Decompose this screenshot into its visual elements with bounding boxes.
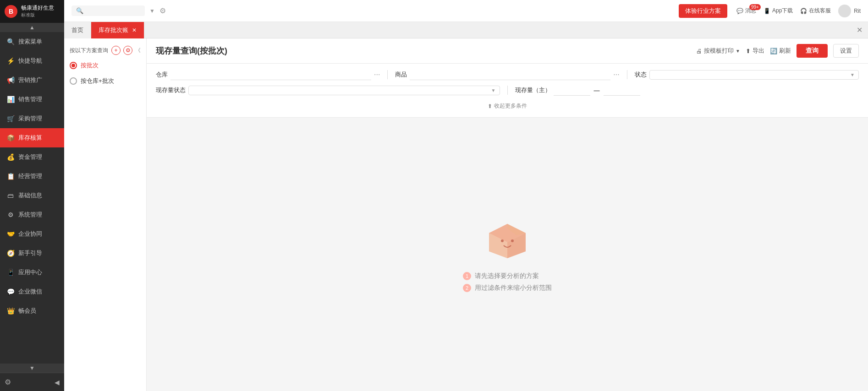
- status-select[interactable]: ▼: [649, 70, 859, 80]
- filter-row-2: 现存量状态 ▼ 现存量（主） —: [156, 85, 859, 96]
- product-dots-btn[interactable]: ···: [613, 71, 619, 79]
- filter-warehouse: 仓库 ···: [156, 69, 380, 80]
- range-separator: —: [594, 87, 600, 94]
- message-icon: 💬: [736, 8, 743, 14]
- status-label: 状态: [635, 71, 647, 79]
- sidebar-item-enterprise[interactable]: 🤝 企业协同: [0, 224, 64, 244]
- product-input[interactable]: [410, 69, 610, 80]
- export-icon: ⬆: [746, 48, 751, 54]
- sidebar-item-basic[interactable]: 🗃 基础信息: [0, 186, 64, 205]
- warehouse-dots-btn[interactable]: ···: [374, 71, 380, 79]
- filter-inventory-status: 现存量状态 ▼: [156, 86, 500, 95]
- sidebar-item-app-center[interactable]: 📱 应用中心: [0, 263, 64, 282]
- empty-hint-2: 2 用过滤条件来缩小分析范围: [463, 284, 552, 292]
- sidebar-item-inventory[interactable]: 📦 库存核算: [0, 128, 64, 147]
- tab-home-label: 首页: [71, 26, 83, 34]
- scheme-by-warehouse-batch-label: 按仓库+批次: [81, 77, 114, 85]
- sidebar-item-finance[interactable]: 💰 资金管理: [0, 147, 64, 167]
- app-center-icon: 📱: [6, 268, 15, 277]
- empty-hint-1: 1 请先选择要分析的方案: [463, 272, 539, 280]
- sidebar-item-search[interactable]: 🔍 搜索菜单: [0, 32, 64, 51]
- sidebar-item-app-center-label: 应用中心: [18, 268, 42, 277]
- sidebar-item-finance-label: 资金管理: [18, 153, 42, 161]
- left-panel-header: 按以下方案查询 + ⚙ 《: [64, 43, 146, 58]
- filter-divider-1: [387, 70, 388, 79]
- tab-home[interactable]: 首页: [64, 22, 91, 38]
- export-btn[interactable]: ⬆ 导出: [746, 47, 764, 55]
- system-icon: ⚙: [6, 211, 15, 219]
- purchase-icon: 🛒: [6, 114, 15, 123]
- sidebar-scroll-down[interactable]: ▼: [0, 364, 64, 373]
- sidebar-item-marketing[interactable]: 📢 营销推广: [0, 71, 64, 90]
- sidebar-item-purchase-label: 采购管理: [18, 114, 42, 123]
- sidebar-item-sales-label: 销售管理: [18, 95, 42, 103]
- radio-active-icon: [70, 62, 77, 69]
- tab-close-icon[interactable]: ✕: [132, 27, 137, 33]
- sidebar-item-basic-label: 基础信息: [18, 191, 42, 200]
- sidebar-item-member[interactable]: 👑 畅会员: [0, 301, 64, 320]
- print-template-btn[interactable]: 🖨 按模板打印 ▼: [696, 47, 740, 55]
- sidebar-item-quick-nav-label: 快捷导航: [18, 57, 42, 65]
- product-label: 商品: [395, 71, 407, 79]
- settings-btn[interactable]: 设置: [833, 44, 859, 58]
- warehouse-input[interactable]: [170, 69, 371, 80]
- collapse-left-panel-btn[interactable]: 《: [135, 47, 141, 54]
- sidebar-item-sales[interactable]: 📊 销售管理: [0, 90, 64, 109]
- svg-point-4: [501, 239, 504, 242]
- sidebar-item-quick-nav[interactable]: ⚡ 快捷导航: [0, 51, 64, 71]
- app-name: 畅康通好生意: [21, 5, 54, 12]
- filter-divider-2: [627, 70, 627, 79]
- sidebar-item-operation[interactable]: 📋 经营管理: [0, 167, 64, 186]
- empty-illustration: [482, 217, 533, 263]
- sidebar-item-wechat-label: 企业微信: [18, 288, 42, 296]
- hint-num-2: 2: [463, 284, 471, 292]
- sidebar-collapse-icon[interactable]: ◀: [55, 379, 60, 386]
- scheme-settings-btn[interactable]: ⚙: [123, 46, 132, 55]
- range-from-input[interactable]: [554, 85, 590, 96]
- sidebar-item-wechat[interactable]: 💬 企业微信: [0, 282, 64, 301]
- hint-text-2: 用过滤条件来缩小分析范围: [475, 284, 552, 292]
- inventory-status-label: 现存量状态: [156, 86, 186, 94]
- sidebar-item-system[interactable]: ⚙ 系统管理: [0, 205, 64, 224]
- main-area: 🔍 ▼ ⚙ 体验行业方案 💬 消息 99+ 📱 App下载 🎧 在线客服 Rit: [64, 0, 868, 391]
- guide-icon: 🧭: [6, 249, 15, 257]
- topbar-settings-icon[interactable]: ⚙: [159, 6, 166, 15]
- tab-inventory-batch-label: 库存批次账: [99, 26, 128, 34]
- operation-icon: 📋: [6, 172, 15, 180]
- online-service-btn[interactable]: 🎧 在线客服: [800, 7, 831, 15]
- range-to-input[interactable]: [604, 85, 640, 96]
- avatar: [838, 5, 851, 17]
- tab-inventory-batch[interactable]: 库存批次账 ✕: [91, 22, 144, 38]
- messages-btn[interactable]: 💬 消息 99+: [736, 7, 756, 15]
- refresh-btn[interactable]: 🔄 刷新: [770, 47, 791, 55]
- basic-icon: 🗃: [6, 191, 15, 200]
- scheme-item-by-batch[interactable]: 按批次: [64, 58, 146, 73]
- print-template-label: 按模板打印: [704, 47, 734, 55]
- sidebar-footer: ⚙ ◀: [0, 373, 64, 391]
- experience-btn[interactable]: 体验行业方案: [679, 4, 727, 18]
- add-scheme-btn[interactable]: +: [111, 46, 121, 55]
- filter-area: 仓库 ··· 商品 ··· 状态 ▼: [147, 64, 868, 118]
- sidebar-nav: 🔍 搜索菜单 ⚡ 快捷导航 📢 营销推广 📊 销售管理 🛒 采购管理 📦 库存核…: [0, 32, 64, 364]
- app-info: 畅康通好生意 标准版: [21, 5, 54, 18]
- empty-state: 1 请先选择要分析的方案 2 用过滤条件来缩小分析范围: [147, 118, 868, 391]
- sidebar-settings-icon[interactable]: ⚙: [5, 378, 11, 386]
- warehouse-label: 仓库: [156, 71, 168, 79]
- topbar-dropdown-icon[interactable]: ▼: [149, 8, 155, 14]
- tabs-close-all-btn[interactable]: ✕: [851, 22, 868, 38]
- user-info[interactable]: Rit: [838, 5, 861, 17]
- inventory-status-select[interactable]: ▼: [188, 86, 500, 95]
- collapse-label: 收起更多条件: [494, 102, 527, 110]
- app-download-btn[interactable]: 📱 App下载: [764, 7, 793, 15]
- query-btn[interactable]: 查询: [797, 44, 828, 58]
- app-download-label: App下载: [772, 7, 793, 15]
- scheme-item-by-warehouse-batch[interactable]: 按仓库+批次: [64, 73, 146, 89]
- sidebar-scroll-up[interactable]: ▲: [0, 23, 64, 32]
- filter-row-1: 仓库 ··· 商品 ··· 状态 ▼: [156, 69, 859, 80]
- scheme-by-batch-label: 按批次: [81, 61, 99, 70]
- collapse-more-btn[interactable]: ⬆ 收起更多条件: [156, 100, 859, 112]
- sidebar-item-guide[interactable]: 🧭 新手引导: [0, 244, 64, 263]
- topbar-search-input[interactable]: [85, 8, 131, 14]
- sidebar-item-purchase[interactable]: 🛒 采购管理: [0, 109, 64, 128]
- topbar-search-box[interactable]: 🔍: [71, 5, 145, 16]
